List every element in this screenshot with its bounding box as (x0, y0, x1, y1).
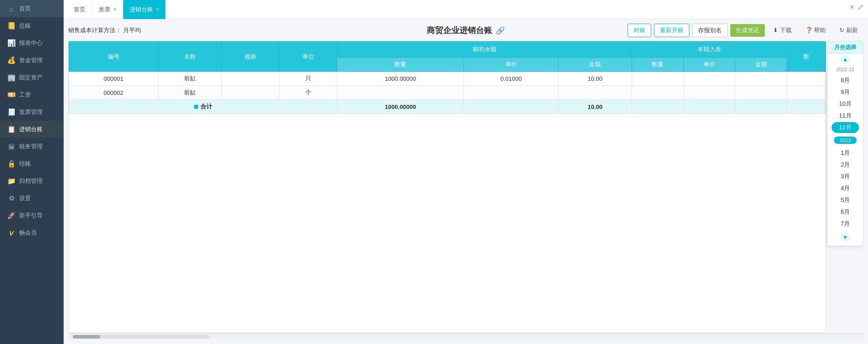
cell-qichu-dj (464, 86, 559, 100)
sidebar-item-label: 进销台账 (19, 125, 43, 133)
cell-benqi-dj (683, 86, 735, 100)
chongxin-button[interactable]: 重新开账 (654, 24, 689, 37)
window-controls: × ⤢ (850, 3, 863, 11)
month-nav-up: ▲ (828, 54, 863, 65)
toolbar: 对账 重新开账 存报别名 生成凭证 ⬇ 下载 ❓ 帮助 ↻ 刷新 (628, 24, 863, 37)
asset-icon: 🏢 (7, 74, 15, 82)
info-icon[interactable]: 🔗 (496, 26, 505, 35)
tab-invoice-close-icon[interactable]: × (113, 6, 116, 13)
sidebar-item-label: 结账 (19, 160, 31, 168)
total-qichu-je: 10.00 (559, 100, 632, 114)
sidebar-item-label: 新手引导 (19, 211, 43, 220)
sidebar-item-invoice[interactable]: 🧾 发票管理 (0, 103, 64, 121)
refresh-label: 刷新 (846, 27, 858, 34)
report-icon: 📊 (7, 39, 15, 47)
cell-bianhao: 000002 (69, 86, 159, 100)
month-item-10[interactable]: 10月 (832, 98, 859, 109)
cell-danwei: 个 (279, 86, 337, 100)
fund-icon: 💰 (7, 56, 15, 64)
vip-icon: V (7, 229, 15, 237)
cell-danwei: 只 (279, 72, 337, 86)
total-icon: ◼ (194, 103, 199, 110)
month-nav-up-button[interactable]: ▲ (841, 55, 850, 64)
month-nav-down-button[interactable]: ▼ (841, 233, 850, 242)
sidebar-item-fund[interactable]: 💰 资金管理 (0, 52, 64, 69)
tab-home[interactable]: 首页 (67, 0, 92, 19)
close-window-button[interactable]: × (850, 3, 854, 11)
download-button[interactable]: ⬇ 下载 (768, 24, 797, 37)
salary-icon: 💴 (7, 91, 15, 99)
total-benqi-je (735, 100, 787, 114)
cell-qichu-dj: 0.01000 (464, 72, 559, 86)
help-icon: ❓ (805, 27, 813, 34)
month-item-8[interactable]: 8月 (832, 75, 859, 86)
scrollbar-track[interactable] (73, 335, 209, 339)
sidebar-item-label: 税务管理 (19, 143, 43, 151)
tab-invoice[interactable]: 发票 × (92, 0, 123, 19)
tab-purchase-label: 进销台账 (130, 5, 153, 14)
tab-purchase-close-icon[interactable]: × (156, 6, 159, 13)
month-nav-down: ▼ (828, 233, 863, 242)
invoice-icon: 🧾 (7, 108, 15, 116)
generate-button[interactable]: 生成凭证 (730, 24, 765, 37)
main-area: × ⤢ 首页 发票 × 进销台账 × 销售成本计算方法： 月平均 商贸企业进销台… (64, 0, 868, 344)
cell-mingcheng: 前缸 (158, 72, 222, 86)
month-item-2023-6[interactable]: 6月 (832, 206, 859, 217)
month-item-2023-2[interactable]: 2月 (832, 159, 859, 170)
total-benqi-dj (683, 100, 735, 114)
content-header: 销售成本计算方法： 月平均 商贸企业进销台账 🔗 对账 重新开账 存报别名 生成… (68, 24, 863, 37)
sidebar-item-settings[interactable]: ⚙ 设置 (0, 190, 64, 207)
month-item-2023-5[interactable]: 5月 (832, 195, 859, 206)
month-panel-title: 月份选择 (828, 41, 863, 54)
closing-icon: 🔒 (7, 160, 15, 168)
total-shu (787, 100, 826, 114)
sidebar-item-report[interactable]: 📊 报表中心 (0, 34, 64, 52)
col-benqi-jine: 金额 (735, 58, 787, 72)
help-button[interactable]: ❓ 帮助 (800, 24, 832, 37)
month-item-2023-1[interactable]: 1月 (832, 147, 859, 158)
sidebar-item-home[interactable]: ⌂ 首页 (0, 0, 64, 17)
sidebar-item-closing[interactable]: 🔒 结账 (0, 155, 64, 172)
cost-method: 销售成本计算方法： 月平均 (68, 26, 141, 34)
tab-invoice-label: 发票 (99, 5, 110, 14)
col-qichu-danjia: 单价 (464, 58, 559, 72)
col-bianhao: 编号 (69, 42, 159, 72)
sidebar: ⌂ 首页 📒 总账 📊 报表中心 💰 资金管理 🏢 固定资产 💴 工资 🧾 发票… (0, 0, 64, 344)
month-item-12[interactable]: 12月 (832, 122, 859, 133)
month-item-2023-3[interactable]: 3月 (832, 171, 859, 182)
total-label: 合计 (200, 103, 212, 110)
month-item-11[interactable]: 11月 (832, 110, 859, 121)
year-2022-label: 2022.12 (828, 65, 863, 73)
purchase-icon: 📋 (7, 125, 15, 133)
sidebar-item-asset[interactable]: 🏢 固定资产 (0, 69, 64, 86)
sidebar-item-archive[interactable]: 📁 归档管理 (0, 172, 64, 190)
month-item-2023-4[interactable]: 4月 (832, 183, 859, 194)
month-item-2023-7[interactable]: 7月 (832, 218, 859, 229)
sidebar-item-guide[interactable]: 🚀 新手引导 (0, 207, 64, 224)
tab-purchase[interactable]: 进销台账 × (123, 0, 166, 19)
sidebar-item-label: 畅会员 (19, 229, 37, 237)
col-danwei: 单位 (279, 42, 337, 72)
cell-mingcheng: 前缸 (158, 86, 222, 100)
sidebar-item-salary[interactable]: 💴 工资 (0, 86, 64, 103)
cell-shu (787, 86, 826, 100)
maximize-window-button[interactable]: ⤢ (858, 3, 863, 11)
sidebar-item-label: 工资 (19, 91, 31, 99)
table-row: 000001 前缸 只 1000.00000 0.01000 10.00 (69, 72, 826, 86)
total-qichu-dj (464, 100, 559, 114)
cell-shu (787, 72, 826, 86)
sidebar-item-tax[interactable]: 🏛 税务管理 (0, 138, 64, 155)
duizhang-button[interactable]: 对账 (628, 24, 651, 37)
scrollbar-thumb[interactable] (73, 335, 100, 339)
cell-guige (222, 86, 279, 100)
sidebar-item-purchase[interactable]: 📋 进销台账 (0, 121, 64, 138)
refresh-button[interactable]: ↻ 刷新 (834, 24, 863, 37)
sidebar-item-vip[interactable]: V 畅会员 (0, 224, 64, 241)
guide-icon: 🚀 (7, 211, 15, 220)
cunwei-button[interactable]: 存报别名 (692, 24, 728, 37)
cost-method-value: 月平均 (123, 27, 141, 34)
sidebar-item-label: 发票管理 (19, 108, 43, 116)
sidebar-item-ledger[interactable]: 📒 总账 (0, 17, 64, 34)
month-item-9[interactable]: 9月 (832, 87, 859, 98)
year-2023-badge: 2023 (834, 137, 857, 144)
